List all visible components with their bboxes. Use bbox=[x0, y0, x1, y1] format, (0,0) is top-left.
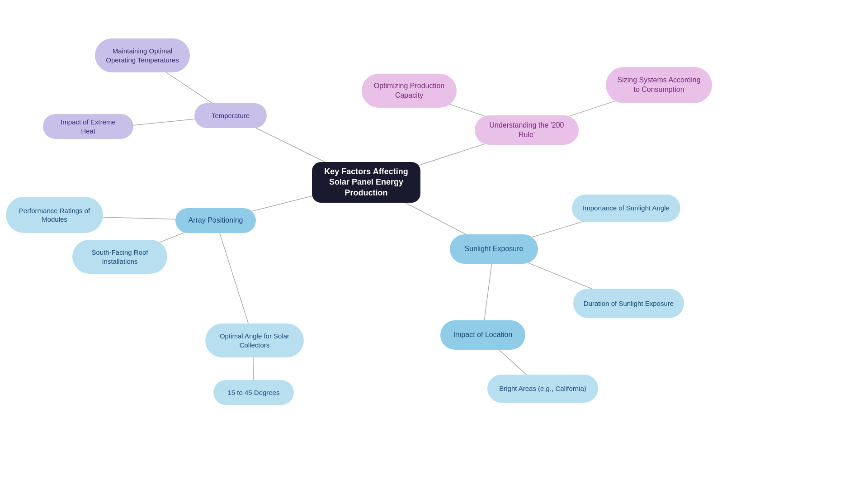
bright-areas-label: Bright Areas (e.g., California) bbox=[499, 384, 586, 393]
degrees-label: 15 to 45 Degrees bbox=[227, 388, 279, 397]
temperature-label: Temperature bbox=[212, 111, 250, 120]
bright-areas-node[interactable]: Bright Areas (e.g., California) bbox=[487, 375, 598, 403]
optimizing-label: Optimizing Production Capacity bbox=[372, 81, 447, 100]
performance-ratings-node[interactable]: Performance Ratings of Modules bbox=[6, 197, 103, 233]
impact-location-label: Impact of Location bbox=[453, 330, 513, 340]
degrees-node[interactable]: 15 to 45 Degrees bbox=[213, 380, 294, 405]
center-label: Key Factors Affecting Solar Panel Energy… bbox=[322, 167, 410, 198]
understanding-label: Understanding the '200 Rule' bbox=[485, 121, 569, 140]
impact-location-node[interactable]: Impact of Location bbox=[440, 320, 525, 350]
importance-sunlight-node[interactable]: Importance of Sunlight Angle bbox=[572, 195, 680, 222]
optimal-angle-label: Optimal Angle for Solar Collectors bbox=[215, 332, 294, 349]
sunlight-exposure-label: Sunlight Exposure bbox=[465, 244, 524, 254]
sizing-label: Sizing Systems According to Consumption bbox=[616, 76, 702, 95]
south-facing-label: South-Facing Roof Installations bbox=[82, 248, 157, 266]
south-facing-node[interactable]: South-Facing Roof Installations bbox=[72, 240, 167, 274]
center-node: Key Factors Affecting Solar Panel Energy… bbox=[312, 162, 420, 203]
importance-sunlight-label: Importance of Sunlight Angle bbox=[583, 204, 670, 213]
maintaining-node[interactable]: Maintaining Optimal Operating Temperatur… bbox=[95, 38, 190, 72]
optimizing-node[interactable]: Optimizing Production Capacity bbox=[362, 74, 457, 108]
extreme-heat-label: Impact of Extreme Heat bbox=[53, 118, 123, 135]
sunlight-exposure-node[interactable]: Sunlight Exposure bbox=[450, 234, 538, 264]
understanding-node[interactable]: Understanding the '200 Rule' bbox=[475, 115, 579, 145]
extreme-heat-node[interactable]: Impact of Extreme Heat bbox=[43, 114, 133, 139]
optimal-angle-node[interactable]: Optimal Angle for Solar Collectors bbox=[205, 323, 304, 357]
duration-sunlight-label: Duration of Sunlight Exposure bbox=[584, 299, 674, 308]
duration-sunlight-node[interactable]: Duration of Sunlight Exposure bbox=[573, 289, 684, 318]
sizing-node[interactable]: Sizing Systems According to Consumption bbox=[606, 67, 712, 103]
performance-ratings-label: Performance Ratings of Modules bbox=[16, 206, 93, 224]
temperature-node[interactable]: Temperature bbox=[194, 103, 267, 128]
array-positioning-label: Array Positioning bbox=[189, 216, 243, 225]
maintaining-label: Maintaining Optimal Operating Temperatur… bbox=[105, 47, 180, 64]
array-positioning-node[interactable]: Array Positioning bbox=[175, 208, 256, 233]
